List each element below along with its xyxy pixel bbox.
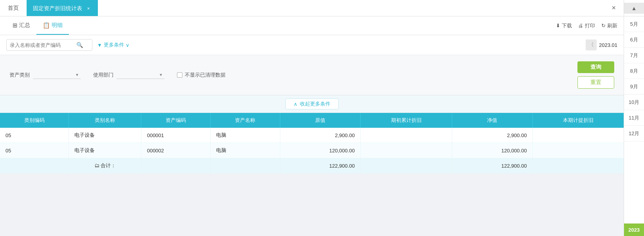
col-accum-depreciation: 期初累计折旧 [361, 113, 452, 128]
asset-category-label: 资产类别 [9, 72, 30, 79]
filter-icon: ▼ [97, 42, 102, 48]
table-cell: 电脑 [211, 128, 280, 143]
month-item[interactable]: 7月 [624, 48, 644, 63]
col-asset-name: 资产名称 [211, 113, 280, 128]
filter-bar-right: 〈 2023.01 [586, 39, 617, 50]
refresh-button[interactable]: ↻ 刷新 [601, 22, 617, 29]
total-cell: 🗂 合计： [69, 158, 141, 173]
reset-button[interactable]: 重置 [577, 76, 614, 89]
table-row: 05电子设备000002电脑120,000.00120,000.00 [0, 143, 624, 158]
right-panel-top: ▲ [624, 0, 644, 16]
more-conditions-arrow: ∨ [126, 42, 130, 48]
month-scroll-up[interactable]: ▲ [624, 3, 644, 14]
table-cell [532, 128, 624, 143]
total-cell: 122,900.00 [452, 158, 533, 173]
total-cell: 122,900.00 [280, 158, 361, 173]
table-cell: 2,900.00 [452, 128, 533, 143]
home-nav-item[interactable]: 首页 [0, 0, 27, 16]
search-input-wrap[interactable]: 🔍 [6, 39, 92, 51]
total-cell [211, 158, 280, 173]
month-item[interactable]: 9月 [624, 79, 644, 95]
period-prev-button[interactable]: 〈 [586, 39, 597, 50]
download-icon: ⬇ [556, 23, 560, 29]
asset-category-select[interactable]: ▼ [33, 71, 81, 79]
month-list: 5月6月7月8月9月10月11月12月 [624, 16, 644, 223]
refresh-label: 刷新 [607, 22, 617, 29]
col-asset-code: 资产编码 [141, 113, 211, 128]
month-item[interactable]: 5月 [624, 16, 644, 32]
advanced-filter: 资产类别 ▼ 使用部门 ▼ 不显示已清理数据 查询 重置 [0, 55, 624, 95]
table-cell [361, 128, 452, 143]
tab-detail[interactable]: 📋 明细 [36, 16, 69, 35]
month-item[interactable]: 8月 [624, 63, 644, 79]
toolbar-actions: ⬇ 下载 🖨 打印 ↻ 刷新 [556, 22, 617, 29]
asset-category-arrow: ▼ [75, 73, 79, 77]
total-cell [141, 158, 211, 173]
download-button[interactable]: ⬇ 下载 [556, 22, 572, 29]
print-icon: 🖨 [578, 23, 583, 29]
table-row: 05电子设备000001电脑2,900.002,900.00 [0, 128, 624, 143]
table-body: 05电子设备000001电脑2,900.002,900.0005电子设备0000… [0, 128, 624, 173]
active-tab[interactable]: 固定资产折旧统计表 × [27, 0, 98, 16]
table-cell: 电脑 [211, 143, 280, 158]
total-row: 🗂 合计：122,900.00122,900.00 [0, 158, 624, 173]
filter-action-buttons: 查询 重置 [577, 61, 614, 89]
tab-close-icon[interactable]: × [85, 5, 92, 12]
col-cat-code: 类别编码 [0, 113, 69, 128]
collapse-label: 收起更多条件 [300, 100, 330, 107]
table-cell: 05 [0, 128, 69, 143]
col-net-value: 净值 [452, 113, 533, 128]
table-cell [361, 143, 452, 158]
right-month-panel: ▲ 5月6月7月8月9月10月11月12月 2023 [624, 0, 644, 236]
top-nav-right: × [608, 4, 624, 12]
department-select[interactable]: ▼ [117, 71, 164, 79]
search-input[interactable] [10, 42, 76, 48]
detail-icon: 📋 [43, 22, 50, 29]
table-cell: 电子设备 [69, 143, 141, 158]
search-icon: 🔍 [76, 42, 83, 48]
more-conditions-button[interactable]: ▼ 更多条件 ∨ [97, 41, 130, 48]
total-cell [532, 158, 624, 173]
col-original-value: 原值 [280, 113, 361, 128]
table-cell: 000002 [141, 143, 211, 158]
month-item[interactable]: 12月 [624, 126, 644, 141]
exclude-cleared-checkbox[interactable] [177, 72, 182, 78]
summary-icon: ⊞ [13, 22, 18, 29]
table-cell: 000001 [141, 128, 211, 143]
table-cell: 120,000.00 [452, 143, 533, 158]
department-label: 使用部门 [93, 72, 114, 79]
department-arrow: ▼ [159, 73, 163, 77]
secondary-toolbar: ⊞ 汇总 📋 明细 ⬇ 下载 🖨 打印 ↻ 刷新 [0, 16, 624, 35]
table-cell: 05 [0, 143, 69, 158]
window-close-icon[interactable]: × [608, 4, 619, 12]
month-item[interactable]: 6月 [624, 32, 644, 48]
print-label: 打印 [585, 22, 595, 29]
col-cat-name: 类别名称 [69, 113, 141, 128]
period-label: 2023.01 [599, 42, 617, 48]
table-cell: 电子设备 [69, 128, 141, 143]
table-header-row: 类别编码 类别名称 资产编码 资产名称 原值 期初累计折旧 净值 本期计提折旧 [0, 113, 624, 128]
total-cell [0, 158, 69, 173]
month-item[interactable]: 10月 [624, 95, 644, 110]
exclude-cleared-label: 不显示已清理数据 [185, 72, 225, 79]
exclude-cleared-field: 不显示已清理数据 [177, 72, 225, 79]
asset-category-field: 资产类别 ▼ [9, 71, 81, 79]
tab-summary[interactable]: ⊞ 汇总 [6, 16, 36, 35]
department-field: 使用部门 ▼ [93, 71, 164, 79]
collapse-button[interactable]: ∧ 收起更多条件 [285, 98, 339, 109]
table-cell: 2,900.00 [280, 128, 361, 143]
query-button[interactable]: 查询 [577, 61, 614, 73]
print-button[interactable]: 🖨 打印 [578, 22, 595, 29]
refresh-icon: ↻ [601, 23, 606, 29]
table-cell: 120,000.00 [280, 143, 361, 158]
tab-summary-label: 汇总 [19, 22, 30, 29]
data-table-wrap: 类别编码 类别名称 资产编码 资产名称 原值 期初累计折旧 净值 本期计提折旧 … [0, 113, 624, 173]
data-table: 类别编码 类别名称 资产编码 资产名称 原值 期初累计折旧 净值 本期计提折旧 … [0, 113, 624, 173]
more-conditions-label: 更多条件 [104, 41, 124, 48]
month-item[interactable]: 11月 [624, 110, 644, 126]
col-period-depreciation: 本期计提折旧 [532, 113, 624, 128]
tab-detail-label: 明细 [52, 22, 63, 29]
download-label: 下载 [562, 22, 572, 29]
filter-bar: 🔍 ▼ 更多条件 ∨ 〈 2023.01 [0, 35, 624, 55]
collapse-bar: ∧ 收起更多条件 [0, 95, 624, 113]
